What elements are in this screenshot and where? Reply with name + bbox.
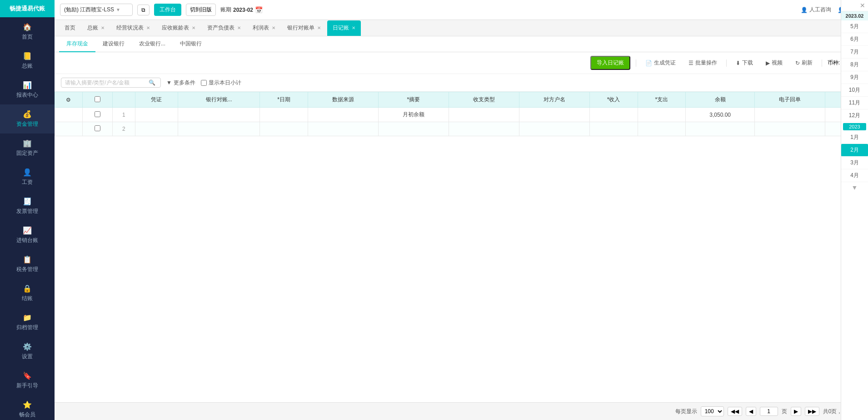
sub-tab-label-cash: 库存现金 (66, 40, 88, 47)
search-input[interactable] (65, 79, 147, 86)
sidebar-item-payroll[interactable]: 👤工资 (0, 163, 55, 192)
tab-receivable[interactable]: 应收账龄表✕ (156, 20, 201, 36)
cell-rownum: 1 (112, 108, 135, 122)
more-filter-button[interactable]: ▼ 更多条件 (166, 79, 195, 87)
cal-month-5月[interactable]: 5月 (841, 20, 868, 33)
sub-tab-cash[interactable]: 库存现金 (59, 36, 95, 52)
tab-assets[interactable]: 资产负债表✕ (202, 20, 246, 36)
cal-month-6月[interactable]: 6月 (841, 33, 868, 46)
copy-button[interactable]: ⧉ (137, 5, 150, 15)
row-checkbox[interactable] (95, 125, 100, 131)
search-icon[interactable]: 🔍 (149, 79, 155, 86)
sub-tab-construction[interactable]: 建设银行 (95, 36, 132, 52)
support-link[interactable]: 👤 人工咨询 (801, 6, 831, 14)
sub-tab-china[interactable]: 中国银行 (173, 36, 209, 52)
period-calendar-icon[interactable]: 📅 (255, 6, 263, 14)
row-checkbox[interactable] (95, 111, 100, 117)
cal-month-2023-2月[interactable]: 2月 (841, 144, 868, 157)
batch-operation-button[interactable]: ☰ 批量操作 (685, 57, 721, 69)
sidebar-item-archive[interactable]: 📁归档管理 (0, 308, 55, 337)
tab-bizstatus[interactable]: 经营状况表✕ (111, 20, 155, 36)
generate-icon: 📄 (645, 60, 652, 66)
show-today-checkbox[interactable] (201, 80, 207, 86)
cal-month-8月[interactable]: 8月 (841, 59, 868, 71)
switch-old-version-button[interactable]: 切到旧版 (186, 4, 216, 16)
last-page-button[interactable]: ▶▶ (805, 407, 819, 416)
tab-close-ledger[interactable]: ✕ (101, 25, 105, 30)
sidebar-item-vip[interactable]: ⭐畅会员 (0, 395, 55, 420)
tab-label-diary: 日记账 (333, 24, 349, 32)
tab-close-bizstatus[interactable]: ✕ (146, 25, 150, 30)
workbench-button[interactable]: 工作台 (154, 4, 181, 16)
sidebar-item-ledger[interactable]: 📒总账 (0, 46, 55, 75)
cal-month-12月[interactable]: 12月 (841, 109, 868, 122)
sidebar-item-sales[interactable]: 📈进销台账 (0, 221, 55, 250)
prev-page-button[interactable]: ◀ (746, 407, 756, 416)
calendar-year-badge: 2023 (843, 123, 866, 130)
download-button[interactable]: ⬇ 下载 (732, 57, 757, 69)
video-button[interactable]: ▶ 视频 (762, 57, 786, 69)
sub-tab-agriculture[interactable]: 农业银行... (132, 36, 173, 52)
cal-month-2023-1月[interactable]: 1月 (841, 131, 868, 144)
sidebar-item-tax[interactable]: 📋税务管理 (0, 250, 55, 279)
sidebar-label-vip: 畅会员 (19, 411, 35, 419)
content-area: 库存现金建设银行农业银行...中国银行 导入日记账 📄 生成凭证 ☰ 批量操作 … (55, 36, 868, 420)
tab-ledger[interactable]: 总账✕ (82, 20, 110, 36)
cell-summary: 月初余额 (378, 108, 449, 122)
calendar-year-label-2023-top[interactable]: 2023.02 (841, 11, 868, 20)
cal-month-10月[interactable]: 10月 (841, 84, 868, 97)
cell-income_type (449, 108, 519, 122)
cell-e_statement (755, 122, 825, 136)
app-logo: 畅捷通易代账 (0, 0, 55, 17)
period-display: 账期 2023-02 📅 (220, 6, 263, 14)
current-page-input[interactable] (760, 407, 778, 416)
cell-date (260, 108, 308, 122)
company-selector[interactable]: (勉励) 江西赣宝-LSS ▼ (60, 4, 133, 16)
cal-month-2023-3月[interactable]: 3月 (841, 157, 868, 169)
sidebar-item-closing[interactable]: 🔒结账 (0, 279, 55, 308)
tab-close-bankreconcile[interactable]: ✕ (317, 25, 321, 30)
calendar-scroll-down[interactable]: ▼ (841, 182, 868, 193)
settings-icon[interactable]: ⚙ (66, 97, 71, 103)
cell-balance: 3,050.00 (686, 108, 755, 122)
cell-income (589, 122, 638, 136)
vip-icon: ⭐ (23, 400, 32, 409)
first-page-button[interactable]: ◀◀ (728, 407, 742, 416)
cal-month-7月[interactable]: 7月 (841, 46, 868, 59)
col-income_type: 收支类型 (449, 92, 519, 108)
page-size-select[interactable]: 50100200 (701, 406, 724, 416)
tab-close-receivable[interactable]: ✕ (192, 25, 195, 30)
tab-profit[interactable]: 利润表✕ (247, 20, 281, 36)
total-pages-label: 页 (782, 408, 787, 415)
calendar-close-button[interactable]: ✕ (841, 0, 868, 11)
tab-label-home: 首页 (65, 24, 75, 32)
tab-bankreconcile[interactable]: 银行对账单✕ (282, 20, 326, 36)
import-diary-button[interactable]: 导入日记账 (590, 56, 630, 70)
cell-checkbox (82, 122, 112, 136)
tab-diary[interactable]: 日记账✕ (327, 20, 361, 36)
refresh-button[interactable]: ↻ 刷新 (792, 57, 816, 69)
generate-voucher-button[interactable]: 📄 生成凭证 (642, 57, 679, 69)
sidebar-item-settings[interactable]: ⚙️设置 (0, 337, 55, 366)
toolbar: 导入日记账 📄 生成凭证 ☰ 批量操作 ⬇ 下载 ▶ 视频 ↻ 刷新 (55, 52, 868, 74)
sidebar-item-reports[interactable]: 📊报表中心 (0, 75, 55, 104)
next-page-button[interactable]: ▶ (791, 407, 801, 416)
cell-bank_account (178, 108, 259, 122)
tab-close-profit[interactable]: ✕ (272, 25, 275, 30)
cal-month-9月[interactable]: 9月 (841, 71, 868, 84)
tab-close-diary[interactable]: ✕ (352, 25, 355, 30)
tab-bar: 首页总账✕经营状况表✕应收账龄表✕资产负债表✕利润表✕银行对账单✕日记账✕ (55, 20, 868, 36)
sidebar-item-funds[interactable]: 💰资金管理 (0, 104, 55, 133)
select-all-checkbox[interactable] (95, 96, 100, 102)
tab-close-assets[interactable]: ✕ (237, 25, 241, 30)
sidebar-item-home[interactable]: 🏠首页 (0, 17, 55, 46)
show-today-checkbox-label[interactable]: 显示本日小计 (201, 79, 241, 87)
tab-home[interactable]: 首页 (59, 20, 81, 36)
sidebar-item-invoices[interactable]: 🧾发票管理 (0, 192, 55, 221)
col-expense: *支出 (638, 92, 686, 108)
cal-month-11月[interactable]: 11月 (841, 97, 868, 109)
sidebar-label-settings: 设置 (22, 353, 33, 361)
cal-month-2023-4月[interactable]: 4月 (841, 169, 868, 182)
sidebar-item-assets[interactable]: 🏢固定资产 (0, 133, 55, 163)
sidebar-item-newguide[interactable]: 🔖新手引导 (0, 366, 55, 395)
